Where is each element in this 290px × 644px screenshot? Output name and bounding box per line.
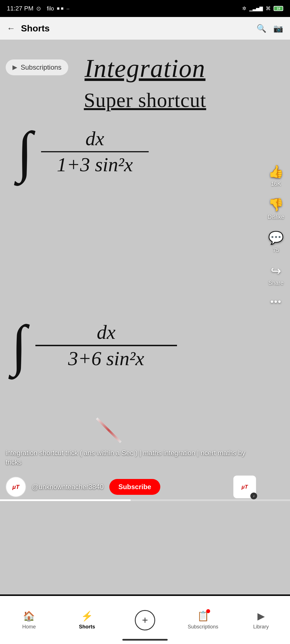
nav-home-label: Home <box>22 624 36 630</box>
comments-button[interactable]: 💬 75 <box>268 230 284 253</box>
dislike-label: Dislike <box>268 214 284 220</box>
add-icon: + <box>142 614 148 626</box>
nav-shorts-label: Shorts <box>79 624 95 630</box>
add-button[interactable]: + <box>135 610 155 630</box>
denominator-1: 1+3 sin²x <box>57 153 133 176</box>
shorts-icon: ⚡ <box>81 610 93 622</box>
nav-home[interactable]: 🏠 Home <box>0 610 58 630</box>
video-info: integration shortcut trick ( ans within … <box>6 448 256 498</box>
nav-subscriptions[interactable]: 📋 Subscriptions <box>174 610 232 630</box>
more-button[interactable]: ••• <box>270 296 282 307</box>
dislike-button[interactable]: 👎 Dislike <box>268 197 284 220</box>
youtube-header: ← Shorts 🔍 📷 <box>0 17 290 40</box>
more-options-icon: ••• <box>270 296 282 307</box>
channel-row: μT @unknownteacher3840 Subscribe μT ♪ <box>6 476 256 498</box>
like-count: 16K <box>271 181 281 187</box>
app-indicator: ■ ■ <box>57 6 64 11</box>
fraction-2: dx 3+6 sin²x <box>35 321 177 370</box>
fraction-1: dx 1+3 sin²x <box>41 127 149 176</box>
nav-subscriptions-label: Subscriptions <box>188 624 218 630</box>
pen-cursor <box>96 418 122 443</box>
nav-library-label: Library <box>253 624 269 630</box>
status-time: 11:27 PM <box>7 5 33 12</box>
subscriptions-filter-icon: ▶ <box>12 64 17 71</box>
formula-2: ∫ dx 3+6 sin²x <box>11 317 177 374</box>
home-icon: 🏠 <box>23 610 35 622</box>
bottom-nav: 🏠 Home ⚡ Shorts + 📋 Subscriptions ▶ Libr… <box>0 596 290 644</box>
share-button[interactable]: ↪ Share <box>268 264 283 286</box>
music-indicator: ♪ <box>250 493 257 499</box>
fraction-line-1 <box>41 151 149 152</box>
video-subtitle: Super shortcut <box>0 89 290 112</box>
battery-icon: 19 <box>274 6 283 11</box>
comments-count: 75 <box>273 247 279 253</box>
back-button[interactable]: ← <box>7 23 15 33</box>
channel-thumbnail[interactable]: μT ♪ <box>233 476 256 498</box>
subscriptions-pill[interactable]: ▶ Subscriptions <box>6 59 68 75</box>
share-icon: ↪ <box>271 264 281 278</box>
thumbnail-text: μT <box>242 484 248 490</box>
integral-sign-2: ∫ <box>11 317 27 374</box>
video-description: integration shortcut trick ( ans within … <box>6 448 256 467</box>
page-title: Shorts <box>21 23 50 34</box>
comments-icon: 💬 <box>268 230 284 245</box>
wifi-icon: ⌘ <box>266 5 271 12</box>
thumbs-down-icon: 👎 <box>268 197 284 212</box>
progress-bar[interactable] <box>0 499 290 501</box>
home-indicator <box>122 639 168 641</box>
thumbs-up-icon: 👍 <box>268 164 284 179</box>
action-buttons: 👍 16K 👎 Dislike 💬 75 ↪ Share ••• <box>268 164 284 307</box>
subscriptions-filter-label: Subscriptions <box>21 63 61 71</box>
avatar-text: μT <box>12 484 19 490</box>
status-bar: 11:27 PM ⊙ filo ■ ■ ·· ✲ ▁▃▅▇ ⌘ 19 <box>0 0 290 17</box>
math-content: Integration Super shortcut ∫ dx 1+3 sin²… <box>0 40 290 594</box>
dots-icon: ·· <box>67 5 70 12</box>
library-icon: ▶ <box>257 610 265 622</box>
numerator-2: dx <box>97 321 116 344</box>
signal-icon: ▁▃▅▇ <box>249 6 263 11</box>
channel-handle: @unknownteacher3840 <box>32 483 104 491</box>
channel-avatar[interactable]: μT <box>6 477 26 497</box>
bluetooth-icon: ✲ <box>242 5 246 12</box>
subscriptions-nav-icon: 📋 <box>197 610 209 622</box>
video-container: ▶ Subscriptions Integration Super shortc… <box>0 40 290 594</box>
fraction-line-2 <box>35 345 177 346</box>
numerator-1: dx <box>86 127 104 150</box>
app-name: filo <box>47 5 54 12</box>
formula-1: ∫ dx 1+3 sin²x <box>17 123 290 180</box>
nav-shorts[interactable]: ⚡ Shorts <box>58 610 116 630</box>
share-label: Share <box>268 280 283 286</box>
clock-icon: ⊙ <box>36 5 41 12</box>
search-icon[interactable]: 🔍 <box>257 24 266 33</box>
status-icons: ✲ ▁▃▅▇ ⌘ 19 <box>242 5 283 12</box>
subscribe-button[interactable]: Subscribe <box>109 479 160 495</box>
nav-library[interactable]: ▶ Library <box>232 610 290 630</box>
progress-fill <box>0 499 131 501</box>
integral-sign-1: ∫ <box>17 123 33 180</box>
camera-icon[interactable]: 📷 <box>273 24 283 33</box>
denominator-2: 3+6 sin²x <box>68 347 144 370</box>
like-button[interactable]: 👍 16K <box>268 164 284 187</box>
nav-add[interactable]: + <box>116 610 174 630</box>
